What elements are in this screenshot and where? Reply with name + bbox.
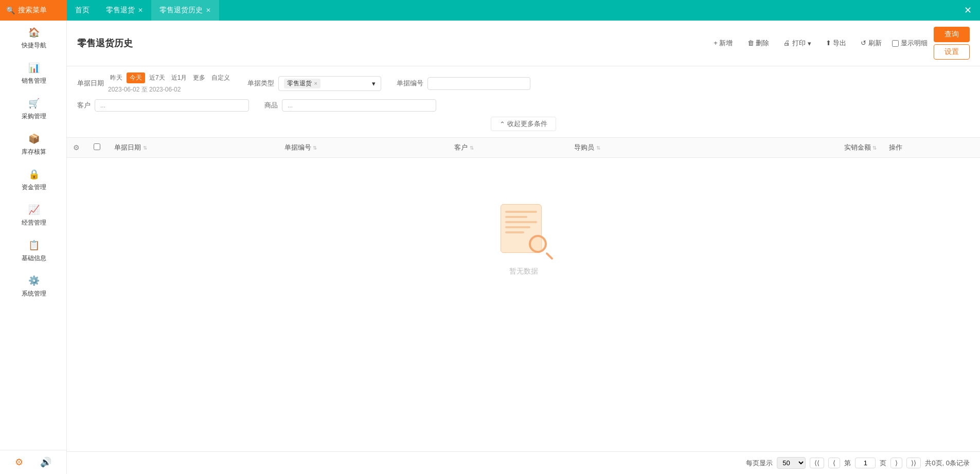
col-amount-sort[interactable]: ⇅ (872, 145, 877, 151)
id-input[interactable] (427, 77, 530, 90)
page-size-label: 每页显示 (746, 459, 773, 468)
home-icon: 🏠 (28, 27, 40, 38)
sidebar-item-basic-info[interactable]: 📋 基础信息 (0, 233, 66, 269)
tab-retail-return-history-label: 零售退货历史 (159, 6, 203, 15)
doc-line-5 (505, 231, 524, 233)
tab-home[interactable]: 首页 (67, 0, 98, 21)
tab-retail-return-close[interactable]: ✕ (138, 7, 143, 14)
table-body: 暂无数据 (67, 158, 980, 318)
type-tag: 零售退货 × (284, 79, 320, 88)
delete-btn[interactable]: 🗑 删除 (743, 37, 774, 50)
page-input[interactable] (855, 458, 876, 468)
collapse-btn[interactable]: ⌃ 收起更多条件 (491, 117, 556, 131)
customer-filter: 客户 ... (77, 99, 249, 112)
show-detail-checkbox-label[interactable]: 显示明细 (892, 39, 928, 48)
setting-button[interactable]: 设置 (934, 44, 970, 60)
tab-home-label: 首页 (75, 6, 90, 15)
col-customer-sort[interactable]: ⇅ (470, 145, 474, 151)
page-next-btn[interactable]: ⟩ (890, 458, 902, 468)
date-shortcut-more[interactable]: 更多 (191, 72, 207, 83)
search-menu-btn[interactable]: 🔍 搜索菜单 (0, 0, 67, 21)
sidebar: 🏠 快捷导航 📊 销售管理 🛒 采购管理 📦 库存核算 🔒 资金管理 📈 经营管… (0, 21, 67, 474)
sidebar-item-operation[interactable]: 📈 经营管理 (0, 198, 66, 233)
date-shortcut-1month[interactable]: 近1月 (169, 72, 189, 83)
tab-list: 首页 零售退货 ✕ 零售退货历史 ✕ (67, 0, 964, 21)
magnify-glass (529, 235, 555, 261)
table-settings-btn[interactable]: ⚙ (73, 143, 80, 152)
gear-icon: ⚙️ (28, 275, 40, 286)
sidebar-item-system-mgmt[interactable]: ⚙️ 系统管理 (0, 269, 66, 304)
sidebar-item-finance[interactable]: 🔒 资金管理 (0, 162, 66, 198)
goods-filter: 商品 ... (264, 99, 436, 112)
trend-icon: 📈 (28, 204, 40, 215)
page-first-btn[interactable]: ⟨⟨ (810, 458, 824, 468)
content-area: 零售退货历史 + 新增 🗑 删除 🖨 打印 ▾ ⬆ 导出 ↺ 刷新 (67, 21, 980, 474)
page-prev-btn[interactable]: ⟨ (828, 458, 840, 468)
box-icon: 📦 (28, 133, 40, 144)
new-btn[interactable]: + 新增 (709, 37, 737, 50)
table-header: ⚙ 单据日期 ⇅ 单据编号 ⇅ (67, 138, 980, 158)
date-shortcut-yesterday[interactable]: 昨天 (108, 72, 124, 83)
sidebar-item-purchase-mgmt-label: 采购管理 (22, 112, 46, 121)
type-tag-value: 零售退货 (287, 79, 312, 88)
filter-area: 单据日期 昨天 今天 近7天 近1月 更多 自定义 2023-06-02 至 2… (67, 66, 980, 138)
tab-retail-return[interactable]: 零售退货 ✕ (98, 0, 151, 21)
data-table: ⚙ 单据日期 ⇅ 单据编号 ⇅ (67, 138, 980, 317)
filter-row-2: 客户 ... 商品 ... (77, 99, 970, 112)
search-icon: 🔍 (6, 6, 15, 14)
col-action: 操作 (883, 138, 980, 158)
query-button[interactable]: 查询 (934, 27, 970, 42)
type-select-chevron: ▾ (372, 80, 376, 87)
lock-icon: 🔒 (28, 169, 40, 180)
date-shortcut-custom[interactable]: 自定义 (209, 72, 232, 83)
magnify-circle (529, 235, 547, 253)
topbar-right: ✕ (964, 5, 980, 16)
print-btn-label: 🖨 打印 (783, 39, 806, 48)
date-shortcut-7days[interactable]: 近7天 (147, 72, 167, 83)
sidebar-item-quick-nav-label: 快捷导航 (22, 41, 46, 50)
speaker-icon[interactable]: 🔊 (40, 457, 51, 468)
toolbar: + 新增 🗑 删除 🖨 打印 ▾ ⬆ 导出 ↺ 刷新 显示明细 (709, 27, 970, 60)
tab-retail-return-history-close[interactable]: ✕ (206, 7, 211, 14)
clipboard-icon: 📋 (28, 240, 40, 251)
type-select[interactable]: 零售退货 × ▾ (278, 76, 381, 91)
table-select-all[interactable] (94, 143, 100, 150)
date-shortcut-today[interactable]: 今天 (127, 72, 145, 83)
window-close-btn[interactable]: ✕ (964, 5, 972, 15)
date-range: 2023-06-02 至 2023-06-02 (108, 85, 232, 94)
customer-select[interactable]: ... (95, 99, 249, 112)
refresh-btn[interactable]: ↺ 刷新 (857, 37, 886, 50)
sidebar-item-purchase-mgmt[interactable]: 🛒 采购管理 (0, 92, 66, 127)
empty-row: 暂无数据 (67, 158, 980, 318)
page-last-btn[interactable]: ⟩⟩ (906, 458, 921, 468)
print-chevron-icon: ▾ (808, 40, 811, 47)
chart-icon: 📊 (28, 62, 40, 74)
sidebar-item-quick-nav[interactable]: 🏠 快捷导航 (0, 21, 66, 56)
sidebar-item-sales-mgmt[interactable]: 📊 销售管理 (0, 56, 66, 92)
page-size-select[interactable]: 50 10 20 100 (777, 457, 806, 469)
type-tag-close[interactable]: × (314, 80, 317, 86)
settings-icon[interactable]: ⚙ (15, 457, 23, 468)
empty-cell: 暂无数据 (67, 158, 980, 318)
empty-illustration (493, 199, 555, 261)
goods-ellipsis: ... (288, 102, 293, 109)
show-detail-checkbox[interactable] (892, 40, 899, 47)
main-layout: 🏠 快捷导航 📊 销售管理 🛒 采购管理 📦 库存核算 🔒 资金管理 📈 经营管… (0, 21, 980, 474)
col-number-sort[interactable]: ⇅ (313, 145, 317, 151)
sidebar-item-basic-info-label: 基础信息 (22, 254, 46, 263)
goods-select[interactable]: ... (282, 99, 436, 112)
col-date-sort[interactable]: ⇅ (143, 145, 147, 151)
doc-line-2 (505, 216, 527, 218)
page-suffix: 页 (880, 459, 886, 468)
col-guide-sort[interactable]: ⇅ (596, 145, 600, 151)
col-date: 单据日期 ⇅ (108, 138, 278, 158)
doc-line-3 (505, 221, 537, 223)
export-btn[interactable]: ⬆ 导出 (822, 37, 851, 50)
sidebar-item-inventory[interactable]: 📦 库存核算 (0, 127, 66, 162)
show-detail-label: 显示明细 (901, 39, 928, 48)
col-amount: 实销金额 ⇅ (713, 138, 883, 158)
tab-retail-return-history[interactable]: 零售退货历史 ✕ (151, 0, 219, 21)
topbar: 🔍 搜索菜单 首页 零售退货 ✕ 零售退货历史 ✕ ✕ (0, 0, 980, 21)
sidebar-item-inventory-label: 库存核算 (22, 148, 46, 156)
print-btn[interactable]: 🖨 打印 ▾ (779, 37, 815, 50)
